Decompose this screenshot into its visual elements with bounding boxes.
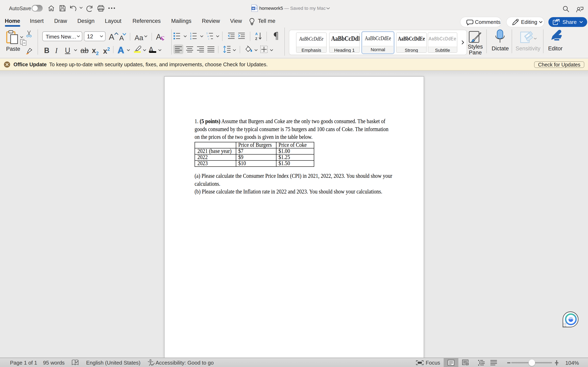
svg-text:i: i <box>208 38 209 40</box>
svg-text:1: 1 <box>207 32 208 34</box>
svg-text:Z: Z <box>255 37 257 40</box>
svg-text:A: A <box>255 32 258 36</box>
svg-text:3: 3 <box>190 38 191 40</box>
svg-text:2: 2 <box>190 35 191 37</box>
svg-text:1: 1 <box>190 32 191 35</box>
svg-text:W: W <box>252 7 255 10</box>
svg-text:a: a <box>208 35 209 37</box>
